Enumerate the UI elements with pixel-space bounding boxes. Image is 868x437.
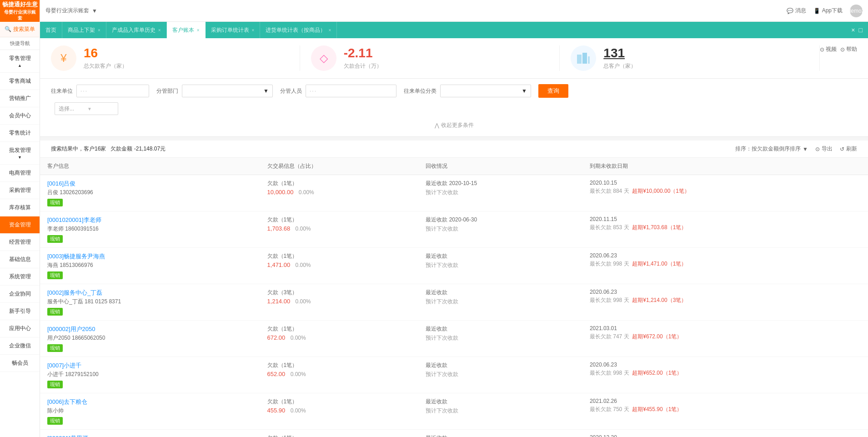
table-row: [000001]黄思源 黄思源 13552700226 现销 欠款（1笔） 42… <box>40 430 868 437</box>
customer-name-5[interactable]: [0007]小进千 <box>47 362 253 370</box>
view-action[interactable]: ⊙ 视频 <box>820 45 837 53</box>
sidebar-item-newbie[interactable]: 新手引导 <box>0 303 40 320</box>
refresh-button[interactable]: ↺ 刷新 <box>840 145 857 153</box>
sidebar-item-purchase[interactable]: 采购管理 <box>0 182 40 199</box>
sidebar-item-wholesale[interactable]: 批发管理 ▼ <box>0 142 40 165</box>
app-download-button[interactable]: 📱 App下载 <box>813 7 843 15</box>
filter-select-balance[interactable]: 选择... ▼ <box>55 102 118 115</box>
sidebar-item-ecommerce[interactable]: 电商管理 <box>0 165 40 182</box>
overdue-amount-1[interactable]: 超期¥1,703.68（1笔） <box>632 224 687 231</box>
stats-row: ¥ 16 总欠款客户（家） ◇ -2.11 欠款合计（万） <box>40 38 868 79</box>
overdue-amount-3[interactable]: 超期¥1,214.00（3笔） <box>632 297 687 303</box>
tab-product-listing[interactable]: 商品上下架 × <box>62 22 106 38</box>
sidebar-item-app-center[interactable]: 应用中心 <box>0 320 40 337</box>
message-button[interactable]: 💬 消息 <box>787 7 806 15</box>
search-button[interactable]: 查询 <box>538 84 568 98</box>
due-date-5: 2020.06.23 <box>590 362 861 368</box>
tab-close-icon[interactable]: × <box>158 28 161 33</box>
close-all-tabs-icon[interactable]: × <box>851 26 855 34</box>
debt-ratio-1: 0.00% <box>296 226 311 232</box>
sidebar-item-operations[interactable]: 经营管理 <box>0 234 40 251</box>
collection-latest-3: 最近收款 <box>426 289 575 296</box>
tab-close-icon[interactable]: × <box>252 28 255 33</box>
cell-due-date-6: 2021.02.26 最长欠款 750 天 超期¥455.90（1笔） <box>582 393 868 430</box>
customer-phone-1: 李老师 18600391516 <box>47 225 253 233</box>
sidebar-item-marketing[interactable]: 营销推广 <box>0 90 40 107</box>
tab-home[interactable]: 首页 <box>40 22 62 38</box>
debt-count-3: 欠款（3笔） <box>267 289 411 296</box>
customer-name-6[interactable]: [0006]去下粮仓 <box>47 398 253 406</box>
collection-latest-7: 最近收款 <box>426 434 575 437</box>
overdue-amount-6[interactable]: 超期¥455.90（1笔） <box>632 406 682 412</box>
customer-phone-4: 用户2050 18665062050 <box>47 334 253 342</box>
tab-customer-ledger[interactable]: 客户账本 × <box>167 22 206 38</box>
table-body: [0016]吕俊 吕俊 13026203696 现销 欠款（1笔） 10,000… <box>40 175 868 437</box>
debt-ratio-6: 0.00% <box>291 407 306 414</box>
filter-input-person[interactable]: ··· <box>306 85 396 97</box>
sidebar-item-quicknav[interactable]: 快捷导航 <box>0 37 40 50</box>
customer-name-0[interactable]: [0016]吕俊 <box>47 180 253 188</box>
overdue-amount-0[interactable]: 超期¥10,000.00（1笔） <box>632 188 690 194</box>
maximize-icon[interactable]: □ <box>859 26 863 34</box>
brand-dropdown-arrow[interactable]: ▼ <box>92 8 97 14</box>
sidebar-item-enterprise-wechat[interactable]: 企业微信 <box>0 337 40 355</box>
cell-customer-info-4: [000002]用户2050 用户2050 18665062050 现销 <box>40 321 260 357</box>
sidebar-item-retail-stats[interactable]: 零售统计 <box>0 125 40 142</box>
header-brand: 母婴行业演示账套 ▼ <box>45 7 118 15</box>
cell-collection-2: 最近收款 预计下次收款 <box>418 248 582 284</box>
customer-name-1[interactable]: [0001020001]李老师 <box>47 216 253 224</box>
collapse-icon: ⋀ <box>435 122 439 129</box>
filter-select-unit-class[interactable]: ▼ <box>440 85 531 97</box>
sidebar-item-retail-mgmt[interactable]: 零售管理 ▲ <box>0 50 40 73</box>
tab-close-icon[interactable]: × <box>197 28 200 33</box>
table-toolbar: 搜索结果中，客户16家 欠款金额 -21,148.07元 排序：按欠款金额倒序排… <box>40 141 868 158</box>
stat-info-total-debt: -2.11 欠款合计（万） <box>344 47 549 70</box>
debt-count-7: 欠款（1笔） <box>267 434 411 437</box>
main-area: 母婴行业演示账套 ▼ 💬 消息 📱 App下载 demo2 首页 商品上下架 × <box>40 0 868 437</box>
filter-row-2: 选择... ▼ <box>51 102 857 115</box>
tab-close-icon[interactable]: × <box>328 28 331 33</box>
debt-amount-4: 672.00 <box>267 334 286 341</box>
customer-name-2[interactable]: [0003]畅捷服务尹海燕 <box>47 252 253 261</box>
cell-debt-info-3: 欠款（3笔） 1,214.00 0.00% <box>260 284 419 321</box>
cell-customer-info-1: [0001020001]李老师 李老师 18600391516 现销 <box>40 211 260 248</box>
export-button[interactable]: ⊙ 导出 <box>815 145 833 153</box>
tab-production-history[interactable]: 产成品入库单历史 × <box>106 22 167 38</box>
cell-due-date-7: 2020.12.30 最长欠款 808 天 超期¥429.00（1笔） <box>582 430 868 437</box>
filter-input-unit[interactable]: ··· <box>76 85 149 97</box>
total-customers-number: 131 <box>603 47 808 60</box>
sidebar-item-member[interactable]: 会员中心 <box>0 107 40 125</box>
cell-collection-0: 最近收款 2020-10-15 预计下次收款 <box>418 175 582 211</box>
sidebar-item-enterprise-collab[interactable]: 企业协同 <box>0 286 40 303</box>
help-action[interactable]: ⊙ 帮助 <box>840 45 857 53</box>
sidebar-item-retail-mall[interactable]: 零售商城 <box>0 73 40 90</box>
filter-select-dept[interactable]: ▼ <box>182 85 273 97</box>
customer-name-4[interactable]: [000002]用户2050 <box>47 325 253 333</box>
overdue-amount-4[interactable]: 超期¥672.00（1笔） <box>632 333 682 340</box>
overdue-amount-5[interactable]: 超期¥652.00（1笔） <box>632 370 682 376</box>
overdue-days-5: 最长欠款 998 天 超期¥652.00（1笔） <box>590 369 861 377</box>
total-customers-icon <box>571 45 596 71</box>
th-debt-info: 欠交易信息（占比） <box>260 158 419 175</box>
collapse-button[interactable]: ⋀ 收起更多条件 <box>435 121 474 129</box>
avatar[interactable]: demo2 <box>850 5 863 17</box>
brand-name: 母婴行业演示账套 <box>2 9 38 21</box>
sidebar-item-changhui[interactable]: 畅会员 <box>0 355 40 372</box>
sidebar-item-system[interactable]: 系统管理 <box>0 268 40 286</box>
customer-name-3[interactable]: [0002]服务中心_丁磊 <box>47 289 253 297</box>
stat-card-total-debt: ◇ -2.11 欠款合计（万） <box>300 45 560 71</box>
customer-name-7[interactable]: [000001]黄思源 <box>47 434 253 437</box>
sidebar-item-finance[interactable]: 资金管理 <box>0 216 40 234</box>
cell-debt-info-2: 欠款（1笔） 1,471.00 0.00% <box>260 248 419 284</box>
sort-select[interactable]: 排序：按欠款金额倒序排序 ▼ <box>735 145 808 153</box>
overdue-amount-2[interactable]: 超期¥1,471.00（1笔） <box>632 261 687 267</box>
tab-close-icon[interactable]: × <box>98 28 100 33</box>
tab-purchase-stats-product[interactable]: 进货单统计表（按商品） × <box>260 22 337 38</box>
collection-next-2: 预计下次收款 <box>426 261 575 269</box>
sidebar-item-basic-info[interactable]: 基础信息 <box>0 251 40 268</box>
table-header-row: 客户信息 欠交易信息（占比） 回收情况 到期未收款日期 <box>40 158 868 175</box>
tab-purchase-order-stats[interactable]: 采购订单统计表 × <box>206 22 261 38</box>
sidebar-item-inventory[interactable]: 库存核算 <box>0 199 40 216</box>
due-date-1: 2020.11.15 <box>590 216 861 222</box>
sidebar-search[interactable]: 🔍 搜索菜单 <box>0 22 40 37</box>
